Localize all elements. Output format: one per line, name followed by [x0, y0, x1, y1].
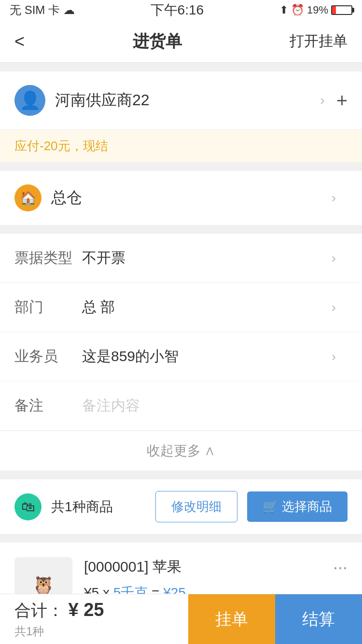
remark-row[interactable]: 备注 备注内容	[0, 381, 362, 431]
supplier-row[interactable]: 👤 河南供应商22 › +	[0, 71, 362, 130]
product-header: 🛍 共1种商品 修改明细 🛒 选择商品	[0, 479, 362, 534]
sales-value: 这是859的小智	[82, 347, 332, 366]
notice-bar: 应付-20元，现结	[0, 130, 362, 162]
back-button[interactable]: <	[14, 31, 25, 52]
shopping-icon: 🛍	[21, 499, 35, 515]
warehouse-icon: 🏠	[14, 184, 42, 211]
alarm-icon: ⏰	[291, 4, 304, 16]
status-bar: 无 SIM 卡 ☁ 下午6:16 ⬆ ⏰ 19%	[0, 0, 362, 20]
gap-2	[0, 162, 362, 171]
product-more-button[interactable]: ···	[333, 557, 348, 577]
product-count-icon: 🛍	[14, 493, 42, 520]
invoice-chevron-icon: ›	[332, 251, 336, 266]
page-title: 进货单	[133, 30, 182, 53]
dept-chevron-icon: ›	[332, 300, 336, 315]
gap-1	[0, 63, 362, 71]
select-product-button[interactable]: 🛒 选择商品	[247, 491, 348, 522]
collapse-button[interactable]: 收起更多 ∧	[0, 431, 362, 471]
supplier-chevron-icon: ›	[320, 93, 324, 108]
total-value: ¥ 25	[68, 600, 104, 620]
status-right: ⬆ ⏰ 19%	[279, 4, 352, 16]
supplier-avatar: 👤	[14, 85, 45, 116]
checkout-button[interactable]: 结算	[275, 594, 362, 644]
remark-input[interactable]: 备注内容	[82, 396, 348, 416]
supplier-name: 河南供应商22	[55, 90, 320, 111]
add-supplier-button[interactable]: +	[336, 90, 348, 112]
invoice-row[interactable]: 票据类型 不开票 ›	[0, 234, 362, 283]
select-product-label: 选择商品	[282, 498, 332, 515]
sim-label: 无 SIM 卡 ☁	[10, 2, 75, 18]
avatar-icon: 👤	[19, 90, 41, 111]
total-section: 合计： ¥ 25 共1种	[0, 600, 188, 639]
remark-label: 备注	[14, 396, 82, 416]
sales-chevron-icon: ›	[332, 349, 336, 364]
open-hang-button[interactable]: 打开挂单	[290, 31, 348, 51]
warehouse-row[interactable]: 🏠 总仓 ›	[0, 171, 362, 225]
product-name: [0000001] 苹果	[84, 557, 321, 577]
status-time: 下午6:16	[151, 1, 204, 19]
product-count-text: 共1种商品	[51, 498, 146, 516]
form-section: 票据类型 不开票 › 部门 总 部 › 业务员 这是859的小智 › 备注 备注…	[0, 234, 362, 471]
dept-label: 部门	[14, 297, 82, 317]
sales-label: 业务员	[14, 347, 82, 366]
nav-bar: < 进货单 打开挂单	[0, 20, 362, 63]
warehouse-name: 总仓	[51, 187, 332, 209]
dept-value: 总 部	[82, 297, 332, 317]
battery-icon	[331, 5, 352, 15]
total-count: 共1种	[14, 624, 174, 639]
warehouse-chevron-icon: ›	[332, 190, 336, 206]
edit-detail-button[interactable]: 修改明细	[155, 491, 237, 522]
sales-row[interactable]: 业务员 这是859的小智 ›	[0, 332, 362, 381]
gap-4	[0, 471, 362, 479]
battery-percent: 19%	[307, 4, 328, 16]
location-icon: ⬆	[279, 4, 288, 16]
total-amount: 合计： ¥ 25	[14, 600, 174, 622]
hang-button[interactable]: 挂单	[188, 594, 275, 644]
bottom-bar: 合计： ¥ 25 共1种 挂单 结算	[0, 594, 362, 644]
cart-icon: 🛒	[263, 499, 278, 514]
status-left: 无 SIM 卡 ☁	[10, 2, 75, 18]
total-label: 合计：	[14, 601, 64, 619]
supplier-section: 👤 河南供应商22 › + 应付-20元，现结	[0, 71, 362, 162]
warehouse-section: 🏠 总仓 ›	[0, 171, 362, 225]
invoice-value: 不开票	[82, 248, 332, 268]
gap-3	[0, 225, 362, 234]
dept-row[interactable]: 部门 总 部 ›	[0, 283, 362, 332]
invoice-label: 票据类型	[14, 248, 82, 268]
